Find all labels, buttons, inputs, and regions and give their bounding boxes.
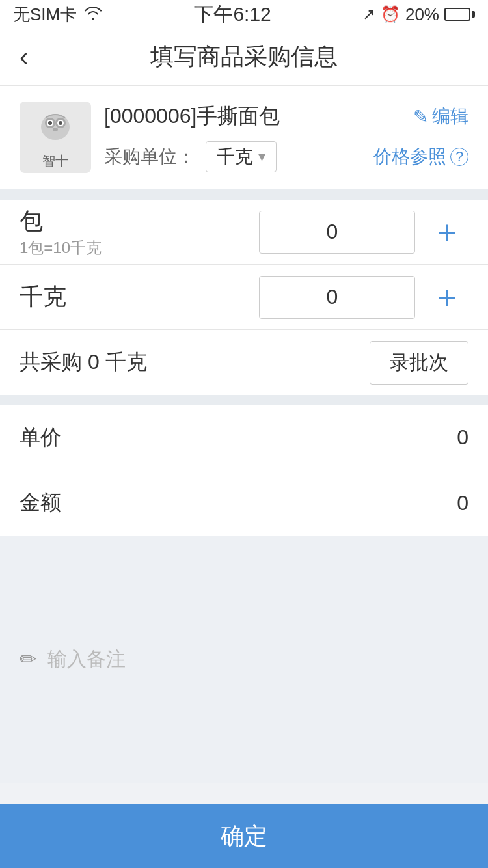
unit-price-row: 单价 0 [0, 405, 488, 470]
edit-label: 编辑 [432, 104, 468, 129]
product-name: [0000006]手撕面包 [104, 102, 280, 131]
amount-value: 0 [457, 491, 468, 515]
carrier-text: 无SIM卡 [13, 3, 77, 26]
wifi-icon [83, 5, 103, 25]
status-right: ↗ ⏰ 20% [362, 5, 475, 25]
confirm-label: 确定 [221, 821, 267, 852]
kg-input-control: + [111, 276, 468, 319]
svg-point-5 [48, 121, 52, 125]
bao-input-row: 包 1包=10千克 + [0, 200, 488, 265]
edit-icon: ✎ [413, 106, 428, 128]
section-divider-1 [0, 189, 488, 200]
location-icon: ↗ [362, 5, 375, 23]
kg-main-label: 千克 [20, 281, 111, 313]
product-info: [0000006]手撕面包 ✎ 编辑 采购单位： 千克 ▾ 价格参照 ? [104, 102, 468, 172]
kg-plus-button[interactable]: + [426, 276, 468, 319]
price-section: 单价 0 金额 0 [0, 405, 488, 536]
status-time: 下午6:12 [194, 1, 271, 28]
pencil-icon: ✏ [20, 647, 37, 671]
status-left: 无SIM卡 [13, 3, 103, 26]
unit-price-label: 单价 [20, 424, 61, 452]
section-divider-2 [0, 395, 488, 405]
price-ref-label: 价格参照 [373, 144, 446, 169]
page-title: 填写商品采购信息 [150, 41, 338, 73]
svg-point-0 [41, 114, 70, 140]
amount-row: 金额 0 [0, 470, 488, 536]
battery-percent: 20% [405, 5, 439, 25]
price-ref-button[interactable]: 价格参照 ? [373, 144, 468, 169]
summary-text: 共采购 0 千克 [20, 348, 147, 377]
confirm-button[interactable]: 确定 [0, 804, 488, 868]
purchase-unit-label: 采购单位： [104, 144, 195, 169]
record-batch-button[interactable]: 录批次 [370, 341, 468, 385]
bao-label-group: 包 1包=10千克 [20, 206, 111, 258]
input-section: 包 1包=10千克 + 千克 + [0, 200, 488, 330]
chevron-down-icon: ▾ [258, 148, 265, 165]
remark-section[interactable]: ✏ 输入备注 [0, 536, 488, 783]
amount-label: 金额 [20, 489, 61, 517]
status-bar: 无SIM卡 下午6:12 ↗ ⏰ 20% [0, 0, 488, 29]
back-button[interactable]: ‹ [20, 42, 28, 72]
bao-main-label: 包 [20, 206, 111, 237]
remark-placeholder: 输入备注 [47, 646, 126, 673]
bao-sub-label: 1包=10千克 [20, 237, 111, 258]
kg-label-group: 千克 [20, 281, 111, 313]
help-icon: ? [450, 148, 468, 166]
battery-icon [444, 8, 475, 21]
product-card: 智十 [0000006]手撕面包 ✎ 编辑 采购单位： 千克 ▾ 价格参照 ? [0, 86, 488, 189]
svg-point-6 [59, 121, 62, 125]
bao-number-input[interactable] [259, 211, 415, 254]
purchase-unit-row: 采购单位： 千克 ▾ 价格参照 ? [104, 141, 468, 172]
product-name-row: [0000006]手撕面包 ✎ 编辑 [104, 102, 468, 131]
unit-price-value: 0 [457, 426, 468, 450]
bao-input-control: + [111, 211, 468, 254]
product-image: 智十 [20, 102, 91, 173]
nav-bar: ‹ 填写商品采购信息 [0, 29, 488, 86]
alarm-icon: ⏰ [381, 5, 400, 23]
kg-input-row: 千克 + [0, 265, 488, 330]
svg-point-7 [53, 128, 58, 131]
edit-button[interactable]: ✎ 编辑 [413, 104, 468, 129]
summary-row: 共采购 0 千克 录批次 [0, 330, 488, 395]
bao-plus-button[interactable]: + [426, 211, 468, 254]
kg-number-input[interactable] [259, 276, 415, 319]
unit-value: 千克 [217, 144, 253, 169]
unit-select[interactable]: 千克 ▾ [206, 141, 277, 172]
product-image-label: 智十 [42, 152, 68, 170]
product-owl-icon [36, 105, 75, 150]
